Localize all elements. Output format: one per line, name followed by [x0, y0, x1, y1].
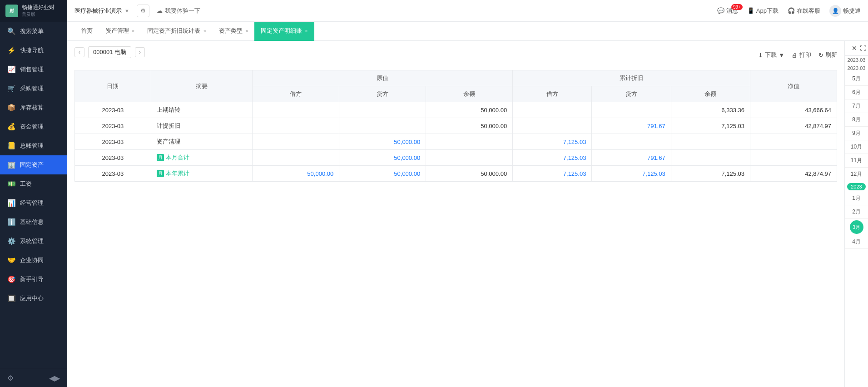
panel-close-icon[interactable]: ✕ [852, 45, 857, 52]
service-icon: 🎧 [788, 7, 795, 14]
panel-month-item[interactable]: 9月 [845, 127, 868, 140]
top-right-actions: 💬 消息 99+ 📱 App下载 🎧 在线客服 👤 畅捷通 [717, 5, 861, 17]
cell-orig-debit: 50,000.00 [253, 166, 339, 182]
sidebar-item-sales[interactable]: 📈 销售管理 [0, 60, 67, 79]
close-icon[interactable]: × [245, 28, 248, 34]
refresh-label: 刷新 [825, 51, 837, 59]
close-icon[interactable]: × [305, 28, 308, 34]
panel-month-item[interactable]: 5月 [845, 72, 868, 86]
sidebar-item-label: 经营管理 [20, 199, 44, 207]
cell-net-value: 43,666.64 [750, 102, 837, 118]
sidebar-item-label: 基础信息 [20, 218, 44, 226]
fixed-assets-icon: 🏢 [7, 161, 15, 169]
panel-months: 5月6月7月8月9月10月11月12月20231月2月3月4月 [845, 72, 868, 249]
search-icon: 🔍 [7, 27, 15, 35]
tab-depreciation-stats[interactable]: 固定资产折旧统计表 × [141, 22, 212, 41]
panel-month-item[interactable]: 1月 [845, 192, 868, 205]
sidebar-item-fixed-assets[interactable]: 🏢 固定资产 [0, 155, 67, 174]
th-dep-debit: 借方 [513, 86, 592, 102]
tab-depreciation-stats-label: 固定资产折旧统计表 [147, 27, 200, 35]
cell-summary: 资产清理 [151, 134, 253, 150]
cell-summary: 月本年累计 [151, 166, 253, 182]
sidebar-item-app-center[interactable]: 🔲 应用中心 [0, 289, 67, 308]
sidebar-item-label: 库存核算 [20, 104, 44, 112]
cell-dep-debit: 7,125.03 [513, 166, 592, 182]
prev-asset-button[interactable]: ‹ [74, 47, 84, 57]
tab-asset-type[interactable]: 资产类型 × [213, 22, 254, 41]
panel-expand-icon[interactable]: ⛶ [860, 45, 866, 52]
tab-home[interactable]: 首页 [74, 22, 99, 41]
header-settings-button[interactable]: ⚙ [137, 5, 149, 17]
year-badge: 2023 [847, 183, 865, 190]
table-row: 2023-03 月本月合计 50,000.00 7,125.03 791.67 [75, 150, 837, 166]
sidebar-item-quick-nav[interactable]: ⚡ 快捷导航 [0, 41, 67, 60]
th-orig-debit: 借方 [253, 86, 339, 102]
settings-bottom-icon[interactable]: ⚙ [7, 374, 14, 382]
sidebar-item-salary[interactable]: 💵 工资 [0, 174, 67, 194]
cell-orig-balance: 50,000.00 [426, 102, 513, 118]
online-service-button[interactable]: 🎧 在线客服 [788, 7, 820, 15]
refresh-button[interactable]: ↻ 刷新 [818, 51, 837, 59]
experience-label: 我要体验一下 [165, 7, 200, 15]
panel-month-item[interactable]: 6月 [845, 86, 868, 99]
asset-nav: ‹ 000001 电脑 › [74, 46, 145, 58]
panel-month-item[interactable]: 11月 [845, 154, 868, 168]
sidebar-item-basic-info[interactable]: ℹ️ 基础信息 [0, 213, 67, 232]
app-download-button[interactable]: 📱 App下载 [747, 7, 779, 15]
cell-dep-balance: 6,333.36 [671, 102, 750, 118]
tab-asset-mgmt[interactable]: 资产管理 × [99, 22, 141, 41]
cell-orig-credit [339, 102, 426, 118]
panel-month-item[interactable]: 2月 [845, 205, 868, 219]
next-arrow-icon: › [139, 49, 141, 55]
cell-orig-debit [253, 150, 339, 166]
sidebar-item-ledger[interactable]: 📒 总账管理 [0, 136, 67, 155]
asset-detail-table: 日期 摘要 原值 累计折旧 净值 借方 贷方 余额 借方 贷方 余额 [74, 70, 837, 182]
sidebar-item-operations[interactable]: 📊 经营管理 [0, 194, 67, 213]
tab-asset-detail[interactable]: 固定资产明细账 × [254, 22, 314, 41]
cell-orig-debit [253, 134, 339, 150]
cell-net-value: 42,874.97 [750, 166, 837, 182]
company-selector[interactable]: 医疗器械行业演示 ▼ [74, 7, 129, 15]
sidebar-item-search[interactable]: 🔍 搜索菜单 [0, 22, 67, 41]
notification-button[interactable]: 💬 消息 99+ [717, 7, 738, 15]
app-download-label: App下载 [756, 7, 779, 15]
inventory-icon: 📦 [7, 104, 15, 112]
sidebar-item-label: 采购管理 [20, 84, 44, 93]
download-button[interactable]: ⬇ 下载 ▼ [758, 51, 784, 59]
print-button[interactable]: 🖨 打印 [792, 51, 811, 59]
panel-month-item[interactable]: 4月 [845, 235, 868, 249]
panel-month-item[interactable]: 10月 [845, 140, 868, 154]
next-asset-button[interactable]: › [135, 47, 145, 57]
sidebar-item-funds[interactable]: 💰 资金管理 [0, 117, 67, 136]
sidebar-item-cooperation[interactable]: 🤝 企业协同 [0, 251, 67, 270]
sidebar-item-guide[interactable]: 🎯 新手引导 [0, 270, 67, 289]
cell-dep-credit [592, 134, 671, 150]
tab-bar: 首页 资产管理 × 固定资产折旧统计表 × 资产类型 × 固定资产明细账 × [67, 22, 868, 41]
cooperation-icon: 🤝 [7, 256, 15, 264]
collapse-icon[interactable]: ◀▶ [49, 374, 60, 382]
close-icon[interactable]: × [132, 28, 134, 34]
panel-month-item[interactable]: 8月 [845, 113, 868, 127]
guide-icon: 🎯 [7, 275, 15, 283]
th-accumulated-depreciation: 累计折旧 [513, 70, 750, 86]
main-content: ‹ 000001 电脑 › ⬇ 下载 ▼ 🖨 打印 [67, 41, 844, 387]
company-dropdown-arrow: ▼ [124, 8, 129, 14]
user-menu[interactable]: 👤 畅捷通 [829, 5, 861, 17]
panel-month-item[interactable]: 3月 [850, 220, 863, 234]
cell-net-value [750, 134, 837, 150]
quick-nav-icon: ⚡ [7, 46, 15, 55]
panel-month-item[interactable]: 7月 [845, 99, 868, 113]
experience-button[interactable]: ☁ 我要体验一下 [157, 7, 200, 15]
cell-dep-credit: 791.67 [592, 150, 671, 166]
sidebar-bottom: ⚙ ◀▶ [0, 369, 67, 387]
sidebar-item-system[interactable]: ⚙️ 系统管理 [0, 232, 67, 251]
avatar: 👤 [829, 5, 841, 17]
close-icon[interactable]: × [203, 28, 206, 34]
th-date: 日期 [75, 70, 151, 102]
sidebar-item-purchase[interactable]: 🛒 采购管理 [0, 79, 67, 98]
salary-icon: 💵 [7, 180, 15, 188]
app-center-icon: 🔲 [7, 294, 15, 303]
gear-icon: ⚙ [140, 7, 146, 14]
sidebar-item-inventory[interactable]: 📦 库存核算 [0, 98, 67, 117]
panel-month-item[interactable]: 12月 [845, 168, 868, 181]
